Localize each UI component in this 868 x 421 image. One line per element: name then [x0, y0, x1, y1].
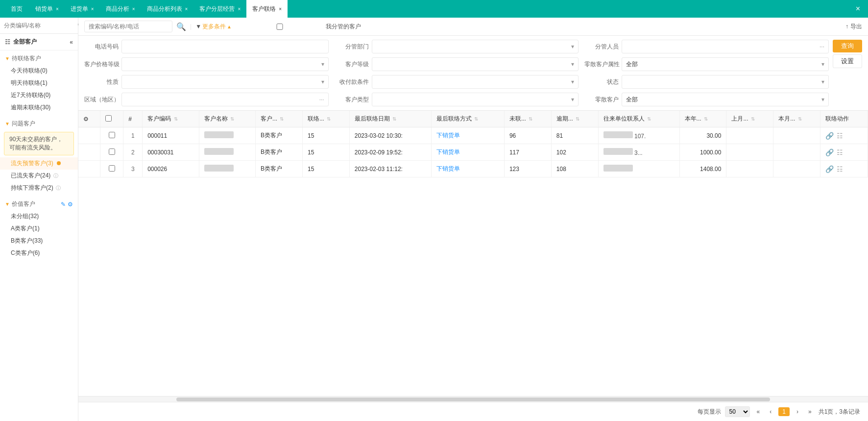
tab-home[interactable]: 首页 — [4, 0, 29, 18]
sidebar-section-atrisk-title[interactable]: ▼ 问题客户 — [0, 118, 78, 130]
row-checkbox-2[interactable] — [100, 161, 123, 177]
price-level-input[interactable]: ▾ — [121, 57, 329, 71]
first-page-btn[interactable]: « — [754, 407, 763, 416]
customer-type-input[interactable]: ▾ — [372, 93, 579, 106]
row-grid-icon-1[interactable]: ☷ — [837, 149, 843, 156]
select-all-checkbox[interactable] — [105, 115, 112, 122]
col-this-month-header[interactable]: 本月... ⇅ — [773, 111, 820, 127]
tab-analysis[interactable]: 商品分析 × — [100, 0, 141, 18]
sidebar-section-pending-title[interactable]: ▼ 待联络客户 — [0, 52, 78, 65]
col-last-contact-date-header[interactable]: 最后联络日期 ⇅ — [349, 111, 431, 127]
tab-analysis-list[interactable]: 商品分析列表 × — [141, 0, 194, 18]
row-link-icon-1[interactable]: 🔗 — [825, 149, 834, 156]
row-check-2[interactable] — [109, 165, 115, 172]
tab-customer-contact[interactable]: 客户联络 × — [246, 0, 288, 18]
valued-edit-icon[interactable]: ✎ — [61, 201, 66, 208]
tab-customer-tier-close[interactable]: × — [238, 6, 241, 12]
sort-icon-3: ⇅ — [280, 116, 284, 122]
search-input[interactable] — [84, 21, 172, 32]
horizontal-scrollbar[interactable] — [78, 396, 868, 402]
col-uncontacted-header[interactable]: 未联... ⇅ — [504, 111, 551, 127]
export-button[interactable]: ↑ 导出 — [845, 23, 862, 31]
phone-input[interactable] — [121, 40, 329, 53]
tab-analysis-close[interactable]: × — [132, 6, 135, 12]
tab-sales[interactable]: 销货单 × — [29, 0, 65, 18]
row-this-year-2: 1408.00 — [679, 161, 726, 177]
sidebar-item-overdue-pending[interactable]: 逾期未联络(30) — [0, 101, 78, 114]
row-check-1[interactable] — [109, 149, 115, 155]
sidebar-search-input[interactable] — [4, 22, 77, 29]
row-grid-icon-0[interactable]: ☷ — [837, 132, 843, 140]
col-name-header[interactable]: 客户名称 ⇅ — [199, 111, 255, 127]
pagination-bar: 每页显示 50 100 200 « ‹ 1 › » 共1页，3条记录 — [78, 402, 868, 421]
col-overdue-header[interactable]: 逾期... ⇅ — [551, 111, 598, 127]
nature-input[interactable]: ▾ — [121, 75, 329, 89]
filter-customer-type: 客户类型 ▾ — [335, 93, 579, 106]
sidebar-item-declining[interactable]: 持续下滑客户(2) ⓘ — [0, 182, 78, 194]
tab-sales-close[interactable]: × — [56, 6, 59, 12]
sidebar-item-churn-warning[interactable]: 流失预警客户(3) — [0, 157, 78, 170]
sidebar-item-b-class[interactable]: B类客户(33) — [0, 235, 78, 247]
query-button[interactable]: 查询 — [833, 40, 862, 52]
col-contacts-header[interactable]: 联络... ⇅ — [302, 111, 349, 127]
sidebar-collapse-icon[interactable]: « — [70, 39, 73, 46]
tab-analysis-list-close[interactable]: × — [185, 6, 188, 12]
sidebar-all-customers-header[interactable]: ☷ 全部客户 « — [0, 34, 78, 50]
sidebar-item-ungrouped[interactable]: 未分组(32) — [0, 210, 78, 223]
col-last-month-header[interactable]: 上月... ⇅ — [726, 111, 773, 127]
tab-customer-tier[interactable]: 客户分层经营 × — [193, 0, 246, 18]
sidebar-item-tomorrow-pending[interactable]: 明天待联络(1) — [0, 77, 78, 89]
my-customers-checkbox[interactable]: 我分管的客户 — [236, 23, 361, 31]
payment-input[interactable]: ▾ — [372, 75, 579, 89]
sidebar-item-today-pending[interactable]: 今天待联络(0) — [0, 65, 78, 77]
sidebar-section-valued-title[interactable]: ▼ 价值客户 ✎ ⚙ — [0, 198, 78, 210]
row-checkbox-1[interactable] — [100, 144, 123, 161]
next-page-btn[interactable]: › — [794, 407, 801, 416]
sidebar-item-a-class[interactable]: A类客户(1) — [0, 223, 78, 235]
sidebar-section-valued: ▼ 价值客户 ✎ ⚙ 未分组(32) A类客户(1) B类客户(33) C类客户… — [0, 196, 78, 261]
window-close-button[interactable]: × — [852, 4, 864, 13]
manager-input[interactable]: ··· — [622, 40, 829, 53]
status-input[interactable]: ▾ — [622, 75, 829, 89]
customer-level-input[interactable]: ▾ — [372, 57, 579, 71]
row-check-0[interactable] — [109, 132, 115, 138]
col-contact-person-header[interactable]: 往来单位联系人 ⇅ — [598, 111, 679, 127]
row-last-method-1[interactable]: 下销货单 — [431, 144, 504, 161]
valued-settings-icon[interactable]: ⚙ — [68, 201, 73, 208]
region-input[interactable]: ··· — [121, 93, 329, 106]
prev-page-btn[interactable]: ‹ — [767, 407, 774, 416]
filter-row-3: 性质 ▾ 收付款条件 ▾ — [84, 75, 829, 89]
retail-input[interactable]: 全部 ▾ — [622, 93, 829, 106]
tab-purchase[interactable]: 进货单 × — [65, 0, 100, 18]
last-page-btn[interactable]: » — [805, 407, 815, 416]
per-page-select[interactable]: 50 100 200 — [725, 406, 750, 417]
row-this-month-0 — [773, 127, 820, 144]
row-last-method-2[interactable]: 下销货单 — [431, 161, 504, 177]
row-grid-icon-2[interactable]: ☷ — [837, 165, 843, 173]
col-settings-header[interactable]: ⚙ — [78, 111, 100, 127]
retail-attr-input[interactable]: 全部 ▾ — [622, 57, 829, 71]
col-last-contact-method-header[interactable]: 最后联络方式 ⇅ — [431, 111, 504, 127]
row-link-icon-0[interactable]: 🔗 — [825, 132, 834, 140]
col-checkbox-header[interactable] — [100, 111, 123, 127]
search-button[interactable]: 🔍 — [176, 22, 186, 31]
col-this-year-header[interactable]: 本年... ⇅ — [679, 111, 726, 127]
col-type-header[interactable]: 客户... ⇅ — [256, 111, 303, 127]
filter-bar: 🔍 | ▼ 更多条件 ▲ 我分管的客户 ↑ 导出 — [78, 18, 868, 36]
col-code-header[interactable]: 客户编码 ⇅ — [143, 111, 199, 127]
sidebar-item-c-class[interactable]: C类客户(6) — [0, 247, 78, 259]
sidebar-item-7day-pending[interactable]: 近7天待联络(0) — [0, 89, 78, 101]
filter-payment: 收付款条件 ▾ — [335, 75, 579, 89]
my-customers-check[interactable] — [236, 24, 324, 30]
row-last-method-0[interactable]: 下销货单 — [431, 127, 504, 144]
row-code-2: 000026 — [143, 161, 199, 177]
row-link-icon-2[interactable]: 🔗 — [825, 165, 834, 173]
row-checkbox-0[interactable] — [100, 127, 123, 144]
tab-purchase-close[interactable]: × — [91, 6, 94, 12]
tab-customer-contact-close[interactable]: × — [279, 6, 282, 12]
more-conditions-button[interactable]: ▼ 更多条件 ▲ — [195, 23, 232, 31]
table-row: 1 000011 B类客户 15 2023-03-02 10:30: 下销货单 … — [78, 127, 868, 144]
settings-button[interactable]: 设置 — [833, 54, 862, 68]
department-input[interactable]: ▾ — [372, 40, 579, 53]
sidebar-item-churned[interactable]: 已流失客户(24) ⓘ — [0, 170, 78, 182]
